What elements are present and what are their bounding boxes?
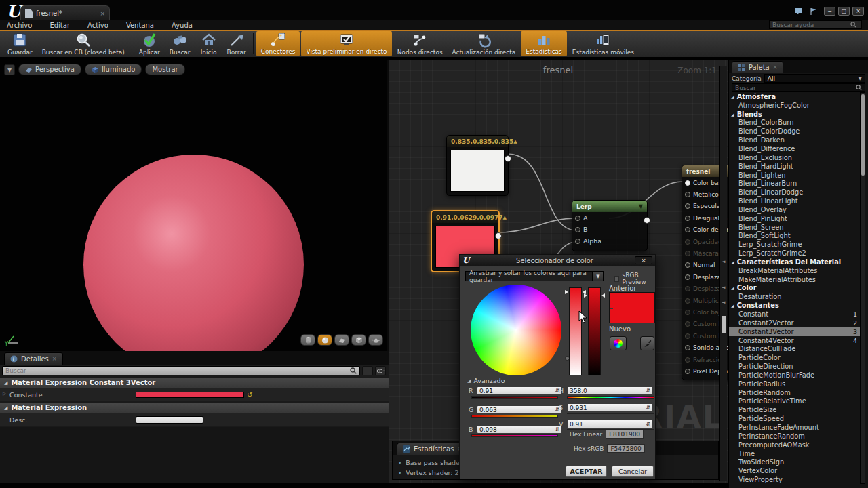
feedback-bubble-icon[interactable]: [794, 7, 804, 16]
toolbar-button-binoculars[interactable]: Buscar: [165, 30, 195, 57]
palette-item-Blend_LinearLight[interactable]: Blend_LinearLight: [729, 197, 861, 205]
viewport-options-dropdown[interactable]: ▼: [4, 64, 15, 75]
saturation-slider[interactable]: [569, 287, 582, 375]
lerp-pin-a[interactable]: A: [572, 212, 647, 224]
expand-node-icon[interactable]: ▼: [639, 203, 643, 209]
scroll-arrow-icon[interactable]: ◄: [722, 285, 725, 290]
hex-srgb-input[interactable]: F5475800: [607, 444, 645, 453]
palette-item-Blend_Lighten[interactable]: Blend_Lighten: [729, 171, 861, 180]
tab-paleta[interactable]: Paleta ×: [732, 61, 783, 73]
srgb-preview-checkbox[interactable]: [614, 276, 619, 282]
palette-item-Constant2Vector[interactable]: Constant2Vector2: [729, 319, 861, 327]
lerp-pin-b[interactable]: B: [572, 224, 647, 235]
palette-item-ParticleMotionBlurFade[interactable]: ParticleMotionBlurFade: [729, 371, 861, 380]
viewport-button-mostrar[interactable]: Mostrar: [145, 64, 184, 75]
palette-item-Desaturation[interactable]: Desaturation: [729, 292, 861, 301]
desc-input[interactable]: [136, 416, 203, 424]
input-pin[interactable]: [685, 345, 690, 350]
preview-shape-cylinder-button[interactable]: [300, 334, 315, 346]
collapse-node-icon[interactable]: ▲: [513, 139, 517, 144]
palette-item-Time[interactable]: Time: [729, 449, 861, 458]
input-pin[interactable]: [685, 216, 690, 221]
menu-ventana[interactable]: Ventana: [126, 22, 154, 29]
palette-item-ParticleSize[interactable]: ParticleSize: [729, 405, 861, 414]
palette-item-Blend_Screen[interactable]: Blend_Screen: [729, 223, 861, 232]
r-input[interactable]: 0.91⇵: [477, 386, 562, 395]
palette-tab-close-icon[interactable]: ×: [773, 64, 778, 70]
preview-shape-sphere-button[interactable]: [317, 334, 332, 346]
palette-item-Lerp_ScratchGrime[interactable]: Lerp_ScratchGrime: [729, 240, 861, 249]
lerp-node[interactable]: Lerp ▼ ABAlpha: [572, 200, 648, 251]
palette-category-header[interactable]: ◢Color: [729, 284, 861, 293]
palette-item-Constant[interactable]: Constant1: [729, 310, 861, 319]
scroll-arrow-icon[interactable]: ◄: [722, 300, 725, 305]
palette-item-Blend_ColorDodge[interactable]: Blend_ColorDodge: [729, 127, 861, 136]
palette-item-ParticleDirection[interactable]: ParticleDirection: [729, 362, 861, 371]
palette-item-Constant4Vector[interactable]: Constant4Vector4: [729, 336, 861, 345]
preview-viewport[interactable]: ▼ PerspectivaIluminadoMostrar Y: [0, 60, 389, 351]
g-input[interactable]: 0.063⇵: [477, 405, 562, 414]
input-pin[interactable]: [575, 239, 580, 244]
input-pin[interactable]: [685, 180, 690, 186]
help-search-input[interactable]: [772, 22, 850, 28]
preview-shape-cube-button[interactable]: [351, 334, 366, 346]
palette-search-input[interactable]: [735, 85, 856, 92]
h-input[interactable]: 358.0⇵: [567, 386, 653, 395]
constant-node-white[interactable]: 0.835,0.835,0.835 ▲: [446, 135, 509, 196]
palette-category-header[interactable]: ◢Constantes: [729, 301, 861, 310]
palette-item-ParticleSpeed[interactable]: ParticleSpeed: [729, 414, 861, 423]
palette-item-DistanceCullFade[interactable]: DistanceCullFade: [729, 344, 861, 353]
palette-item-Blend_Difference[interactable]: Blend_Difference: [729, 144, 861, 153]
preview-shape-plane-button[interactable]: [334, 334, 349, 346]
palette-item-ParticleRelativeTime[interactable]: ParticleRelativeTime: [729, 397, 861, 406]
toolbar-button-mobile-stats[interactable]: Estadísticas móviles: [568, 30, 639, 57]
toolbar-button-save[interactable]: Guardar: [3, 30, 37, 57]
palette-category-header[interactable]: ◢Atmósfera: [729, 92, 861, 101]
v-input[interactable]: 0.91⇵: [567, 420, 653, 428]
palette-item-Blend_SoftLight[interactable]: Blend_SoftLight: [729, 232, 861, 241]
palette-item-Lerp_ScratchGrime2[interactable]: Lerp_ScratchGrime2: [729, 249, 861, 258]
palette-item-MakeMaterialAttributes[interactable]: MakeMaterialAttributes: [729, 275, 861, 284]
palette-item-ParticleRadius[interactable]: ParticleRadius: [729, 380, 861, 388]
s-input[interactable]: 0.931⇵: [567, 403, 653, 412]
input-pin[interactable]: [575, 216, 580, 221]
scrollbar-thumb[interactable]: [722, 316, 726, 333]
minimize-button[interactable]: −: [824, 7, 835, 16]
constante-color-swatch[interactable]: [136, 392, 244, 398]
input-pin[interactable]: [685, 227, 690, 232]
tab-close-icon[interactable]: ×: [100, 10, 105, 17]
spinner-icon[interactable]: ⇵: [646, 405, 650, 411]
input-pin[interactable]: [685, 274, 690, 280]
input-pin[interactable]: [685, 369, 690, 374]
palette-item-ParticleColor[interactable]: ParticleColor: [729, 353, 861, 362]
theme-dropdown[interactable]: Arrastrar y soltar los colores aqui para…: [465, 271, 593, 281]
menu-editar[interactable]: Editar: [50, 22, 70, 29]
toolbar-button-home[interactable]: Inicio: [195, 30, 222, 57]
toolbar-button-connectors[interactable]: Conectores: [256, 31, 300, 56]
color-themes-button[interactable]: [610, 336, 627, 350]
output-pin[interactable]: [495, 232, 502, 239]
toolbar-button-live-preview[interactable]: Vista preliminar en directo: [301, 31, 391, 56]
maximize-button[interactable]: □: [838, 7, 850, 16]
details-tab-close-icon[interactable]: ×: [52, 356, 57, 362]
dialog-close-button[interactable]: ×: [635, 256, 652, 264]
flag-icon[interactable]: [809, 7, 818, 16]
viewport-button-iluminado[interactable]: Iluminado: [85, 64, 142, 75]
palette-item-ViewProperty[interactable]: ViewProperty: [729, 475, 861, 484]
help-search-box[interactable]: [769, 20, 862, 29]
palette-category-header[interactable]: ◢Blends: [729, 110, 861, 119]
output-pin[interactable]: [505, 155, 511, 162]
expand-arrow-icon[interactable]: ▷: [3, 391, 6, 396]
aceptar-button[interactable]: ACEPTAR: [566, 466, 607, 477]
palette-item-Blend_PinLight[interactable]: Blend_PinLight: [729, 214, 861, 223]
toolbar-button-stats[interactable]: Estadísticas: [521, 31, 567, 56]
scrollbar-thumb[interactable]: [861, 94, 865, 176]
details-view-options-button[interactable]: [375, 366, 386, 375]
palette-item-TwoSidedSign[interactable]: TwoSidedSign: [729, 458, 861, 466]
input-pin[interactable]: [685, 192, 690, 197]
avanzado-expander[interactable]: ◢ Avanzado: [467, 377, 505, 384]
preview-shape-teapot-button[interactable]: [368, 334, 383, 346]
palette-item-Blend_LinearDodge[interactable]: Blend_LinearDodge: [729, 188, 861, 197]
tab-detalles[interactable]: i Detalles ×: [4, 352, 63, 365]
toolbar-button-magnifier-large[interactable]: Buscar en CB (closed beta): [37, 30, 130, 57]
